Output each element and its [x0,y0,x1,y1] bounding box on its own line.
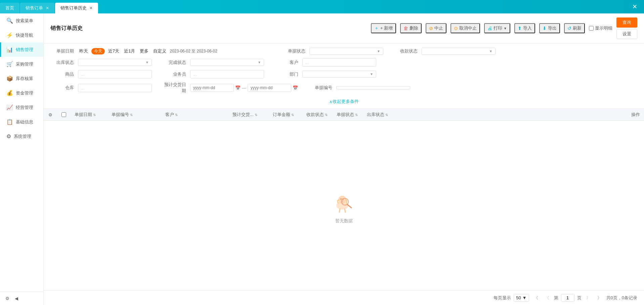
sidebar-item-quick-nav[interactable]: ⚡ 快捷导航 [0,28,43,42]
page-suffix: 页 [577,295,582,301]
expected-date-label: 预计交货日期 [163,82,186,94]
settings-button[interactable]: 设置 [616,29,637,39]
dept-select[interactable]: ▼ [302,71,376,78]
page-title: 销售订单历史 [50,25,83,32]
refresh-button[interactable]: ↺ 刷新 [564,23,585,33]
goods-label: 商品 [50,71,74,77]
filter-row-3: 商品 ... 业务员 ... 部门 ▼ [50,70,637,78]
collapse-button[interactable]: ∧ 收起更多条件 [50,97,637,105]
customer-input[interactable]: ... [302,58,376,67]
quick-nav-icon: ⚡ [6,32,13,38]
page-number-input[interactable] [561,294,574,302]
bill-no-input[interactable] [336,86,410,89]
th-date[interactable]: 单据日期 ⇅ [71,112,108,118]
expected-date-to[interactable] [248,84,291,92]
calendar-to-icon[interactable]: 📅 [293,85,298,90]
tab-close-sales-order[interactable]: ✕ [46,6,49,10]
out-status-chevron-icon: ▼ [145,61,149,64]
export-icon: ⬇ [543,26,547,31]
stop-button[interactable]: ⊘ 中止 [426,23,446,33]
customer-label: 客户 [275,60,298,66]
print-button[interactable]: 🖨 打印 ▼ [484,23,510,33]
date-opt-custom[interactable]: 自定义 [152,47,168,55]
basic-info-icon: 📋 [6,119,13,125]
delete-button[interactable]: 🗑 删除 [400,23,422,33]
pagination: 每页显示 50 ▼ 《 〈 第 页 〉 》 共0页，0条记录 [44,290,644,305]
th-amount[interactable]: 订单金额 ⇅ [269,112,302,118]
query-button[interactable]: 查询 [616,17,637,28]
th-bill-status[interactable]: 单据状态 ⇅ [333,112,363,118]
th-delivery[interactable]: 预计交货... ⇅ [228,112,269,118]
tab-home[interactable]: 首页 [0,3,19,13]
expected-date-range: 📅 — 📅 [190,84,298,92]
empty-text: 暂无数据 [335,218,353,224]
tab-close-sales-order-history[interactable]: ✕ [89,6,93,10]
date-opt-today[interactable]: 今天 [91,48,105,54]
out-status-select[interactable]: ▼ [78,59,152,66]
th-customer[interactable]: 客户 ⇅ [161,112,228,118]
page-next-button[interactable]: 〉 [584,294,593,302]
sales-mgmt-icon: 📊 [6,46,13,53]
tab-sales-order-history[interactable]: 销售订单历史 ✕ [55,3,98,13]
expected-date-from[interactable] [190,84,234,92]
sidebar-item-sys-mgmt[interactable]: ⚙ 系统管理 [0,129,43,144]
date-opt-7days[interactable]: 近7天 [107,47,121,55]
complete-status-chevron-icon: ▼ [258,61,261,64]
complete-status-label: 完成状态 [163,60,186,66]
sidebar-collapse-icon[interactable]: ◀ [15,296,18,301]
select-all-checkbox[interactable] [61,112,66,117]
date-options: 昨天 今天 近7天 近1月 更多 自定义 2023-06-02 至 2023-0… [78,47,217,55]
sort-date-icon: ⇅ [93,113,96,117]
sidebar-item-capital-mgmt[interactable]: 💰 资金管理 [0,86,43,100]
page-last-button[interactable]: 》 [595,294,604,302]
sidebar-item-sales-mgmt[interactable]: 📊 销售管理 [0,42,43,57]
th-pay-status[interactable]: 收款状态 ⇅ [302,112,333,118]
th-out-status[interactable]: 出库状态 ⇅ [363,112,393,118]
inventory-calc-icon: 📦 [6,75,13,82]
show-cols-toggle[interactable]: 显示明细 [589,25,612,31]
filter-area: 单据日期 昨天 今天 近7天 近1月 更多 自定义 2023-06-02 至 2… [44,43,644,109]
print-icon: 🖨 [487,26,492,31]
sidebar-item-search-menu[interactable]: 🔍 搜索菜单 [0,13,43,28]
sidebar-item-purchase-mgmt[interactable]: 🛒 采购管理 [0,57,43,71]
app-body: 🔍 搜索菜单 ⚡ 快捷导航 📊 销售管理 🛒 采购管理 📦 库存核算 💰 资金管… [0,13,644,305]
sidebar: 🔍 搜索菜单 ⚡ 快捷导航 📊 销售管理 🛒 采购管理 📦 库存核算 💰 资金管… [0,13,44,305]
date-opt-more[interactable]: 更多 [138,47,150,55]
th-settings[interactable]: ⚙ [44,112,57,117]
date-opt-yesterday[interactable]: 昨天 [78,47,89,55]
salesperson-input[interactable]: ... [190,70,264,78]
table-body: 暂无数据 [44,121,644,290]
calendar-from-icon[interactable]: 📅 [235,85,241,90]
sort-amount-icon: ⇅ [291,113,294,117]
ops-mgmt-icon: 📈 [6,104,13,111]
sidebar-item-inventory-calc[interactable]: 📦 库存核算 [0,71,43,86]
refresh-icon: ↺ [567,26,571,31]
tab-sales-order[interactable]: 销售订单 ✕ [20,3,54,13]
sys-mgmt-icon: ⚙ [6,133,11,140]
sidebar-bottom: ⚙ ◀ [0,292,43,305]
show-cols-checkbox[interactable] [589,26,594,31]
import-button[interactable]: ⬆ 导入 [514,23,535,33]
cancel-stop-button[interactable]: ⊙ 取消中止 [450,23,480,33]
export-button[interactable]: ⬇ 导出 [539,23,560,33]
page-first-button[interactable]: 《 [532,294,540,302]
new-button[interactable]: ＋ + 新增 [371,23,396,33]
print-chevron-icon: ▼ [504,27,507,30]
complete-status-select[interactable]: ▼ [190,59,264,66]
th-number[interactable]: 单据编号 ⇅ [108,112,161,118]
per-page-select[interactable]: 50 ▼ [514,294,529,302]
dept-label: 部门 [275,71,298,77]
bill-status-select[interactable]: ▼ [309,48,383,55]
window-close-button[interactable]: ✕ [629,3,641,10]
table-settings-icon[interactable]: ⚙ [48,112,52,117]
warehouse-input[interactable]: ... [78,84,152,92]
goods-input[interactable]: ... [78,70,152,78]
out-status-label: 出库状态 [50,60,74,66]
date-opt-1month[interactable]: 近1月 [123,47,136,55]
pay-status-select[interactable]: ▼ [422,48,496,55]
sidebar-settings-icon[interactable]: ⚙ [5,296,9,301]
page-prev-button[interactable]: 〈 [543,294,551,302]
sidebar-item-basic-info[interactable]: 📋 基础信息 [0,115,43,129]
sidebar-item-ops-mgmt[interactable]: 📈 经营管理 [0,100,43,115]
th-checkbox[interactable] [57,112,71,117]
